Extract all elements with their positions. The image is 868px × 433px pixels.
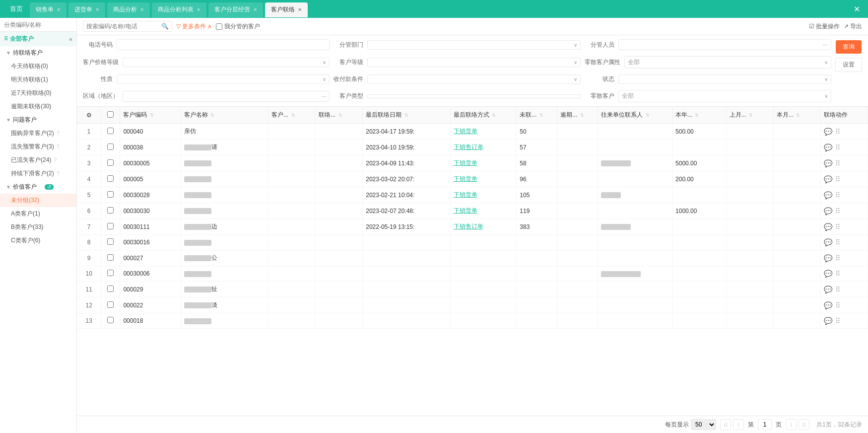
row-checkbox[interactable]: [107, 144, 114, 150]
chat-icon[interactable]: 💬: [824, 207, 832, 215]
row-checkbox[interactable]: [107, 238, 114, 245]
row-checkbox[interactable]: [107, 254, 114, 261]
chat-icon[interactable]: 💬: [824, 175, 832, 183]
my-customers-check[interactable]: [216, 23, 222, 30]
tab-customer-contact[interactable]: 客户联络 ✕: [265, 2, 308, 17]
sidebar-churn-warning[interactable]: 流失预警客户(3) ?: [0, 140, 76, 153]
nature-select[interactable]: ∨: [117, 74, 330, 84]
more-conditions-button[interactable]: ▽ 更多条件 ∧: [176, 22, 212, 31]
grid-action-icon[interactable]: ⠿: [835, 317, 840, 325]
sort-icon[interactable]: ⇅: [404, 113, 408, 118]
chat-icon[interactable]: 💬: [824, 301, 832, 309]
next-page-button[interactable]: ⟩: [786, 419, 797, 430]
row-checkbox[interactable]: [107, 223, 114, 229]
chat-icon[interactable]: 💬: [824, 159, 832, 167]
chat-icon[interactable]: 💬: [824, 223, 832, 231]
settings-icon[interactable]: ⚙: [86, 112, 92, 119]
grid-action-icon[interactable]: ⠿: [835, 254, 840, 262]
sidebar-7days-pending[interactable]: 近7天待联络(0): [0, 86, 76, 100]
tab-purchase[interactable]: 进货单 ✕: [68, 2, 105, 17]
home-tab[interactable]: 首页: [4, 0, 29, 18]
close-sales-tab[interactable]: ✕: [57, 7, 61, 12]
row-checkbox[interactable]: [107, 128, 114, 134]
filter-search-input[interactable]: [86, 23, 161, 30]
close-purchase-tab[interactable]: ✕: [95, 7, 99, 12]
close-customer-contact-tab[interactable]: ✕: [298, 7, 302, 12]
filter-search-icon[interactable]: 🔍: [161, 23, 169, 30]
row-checkbox[interactable]: [107, 286, 114, 292]
row-checkbox[interactable]: [107, 175, 114, 182]
page-size-select[interactable]: 50 20 100 200: [691, 419, 716, 430]
tab-customer-tier[interactable]: 客户分层经营 ✕: [208, 2, 263, 17]
grid-action-icon[interactable]: ⠿: [835, 301, 840, 309]
sidebar-today-pending[interactable]: 今天待联络(0): [0, 60, 76, 73]
phone-input[interactable]: [117, 39, 330, 50]
sidebar-hoarding-abnormal[interactable]: 囤购异常客户(2) ?: [0, 127, 76, 140]
value-icon[interactable]: ↺: [45, 184, 54, 190]
sidebar-churned[interactable]: 已流失客户(24) ?: [0, 153, 76, 167]
sidebar-class-c[interactable]: C类客户(6): [0, 234, 76, 247]
last-method-link[interactable]: 下销货单: [454, 207, 477, 214]
chat-icon[interactable]: 💬: [824, 254, 832, 262]
retail-customer-select[interactable]: 全部 ∨: [618, 90, 831, 102]
status-select[interactable]: ∨: [618, 74, 831, 84]
query-button[interactable]: 查询: [836, 40, 862, 54]
pending-contact-group[interactable]: ▼ 待联络客户: [0, 46, 76, 60]
grid-action-icon[interactable]: ⠿: [835, 191, 840, 199]
grid-action-icon[interactable]: ⠿: [835, 159, 840, 167]
row-checkbox[interactable]: [107, 270, 114, 276]
select-all-checkbox[interactable]: [107, 111, 114, 118]
close-product-list-tab[interactable]: ✕: [197, 7, 200, 12]
sort-icon[interactable]: ⇅: [695, 113, 699, 118]
price-level-select[interactable]: ∨: [123, 58, 330, 67]
chat-icon[interactable]: 💬: [824, 286, 832, 293]
dept-select[interactable]: ∨: [367, 40, 580, 50]
last-method-link[interactable]: 下销售订单: [454, 223, 483, 230]
sort-icon[interactable]: ⇅: [150, 113, 154, 118]
last-page-button[interactable]: ⟩⟩: [799, 419, 809, 430]
sort-icon[interactable]: ⇅: [210, 113, 214, 118]
sort-icon[interactable]: ⇅: [492, 113, 496, 118]
grid-action-icon[interactable]: ⠿: [835, 207, 840, 215]
sidebar-tomorrow-pending[interactable]: 明天待联络(1): [0, 73, 76, 86]
sort-icon[interactable]: ⇅: [646, 113, 650, 118]
sidebar-ungrouped[interactable]: 未分组(32): [0, 194, 76, 207]
row-checkbox[interactable]: [107, 207, 114, 214]
sort-icon[interactable]: ⇅: [580, 113, 584, 118]
last-method-link[interactable]: 下销货单: [454, 191, 477, 198]
sidebar-class-a[interactable]: A类客户(1): [0, 207, 76, 220]
chat-icon[interactable]: 💬: [824, 128, 832, 136]
close-product-analysis-tab[interactable]: ✕: [140, 7, 144, 12]
region-select[interactable]: ···: [123, 91, 330, 102]
grid-action-icon[interactable]: ⠿: [835, 144, 840, 151]
last-method-link[interactable]: 下销货单: [454, 128, 477, 135]
chat-icon[interactable]: 💬: [824, 317, 832, 325]
all-customers-header[interactable]: ⠿ 全部客户 «: [0, 32, 76, 46]
row-checkbox[interactable]: [107, 191, 114, 198]
sort-icon[interactable]: ⇅: [539, 113, 543, 118]
window-close-button[interactable]: ✕: [850, 4, 864, 14]
tab-product-analysis[interactable]: 商品分析 ✕: [107, 2, 150, 17]
grid-action-icon[interactable]: ⠿: [835, 286, 840, 293]
row-checkbox[interactable]: [107, 317, 114, 323]
sidebar-search-input[interactable]: [4, 21, 77, 28]
chat-icon[interactable]: 💬: [824, 191, 832, 199]
grid-action-icon[interactable]: ⠿: [835, 223, 840, 231]
sidebar-class-b[interactable]: B类客户(33): [0, 220, 76, 234]
grid-action-icon[interactable]: ⠿: [835, 270, 840, 278]
sort-icon[interactable]: ⇅: [338, 113, 342, 118]
page-number-input[interactable]: [758, 419, 772, 430]
row-checkbox[interactable]: [107, 159, 114, 166]
first-page-button[interactable]: ⟨⟨: [720, 419, 731, 430]
manager-select[interactable]: ···: [618, 39, 831, 50]
chat-icon[interactable]: 💬: [824, 270, 832, 278]
retail-attr-select[interactable]: 全部 ∨: [624, 56, 831, 69]
tab-product-list[interactable]: 商品分析列表 ✕: [152, 2, 206, 17]
export-button[interactable]: ↗ 导出: [844, 22, 862, 31]
batch-ops-button[interactable]: ☑ 批量操作: [809, 22, 840, 31]
customer-type-select[interactable]: [367, 94, 580, 98]
payment-select[interactable]: ∨: [367, 74, 580, 84]
sidebar-declining[interactable]: 持续下滑客户(2) ?: [0, 167, 76, 180]
sort-icon[interactable]: ⇅: [749, 113, 753, 118]
close-customer-tier-tab[interactable]: ✕: [253, 7, 257, 12]
